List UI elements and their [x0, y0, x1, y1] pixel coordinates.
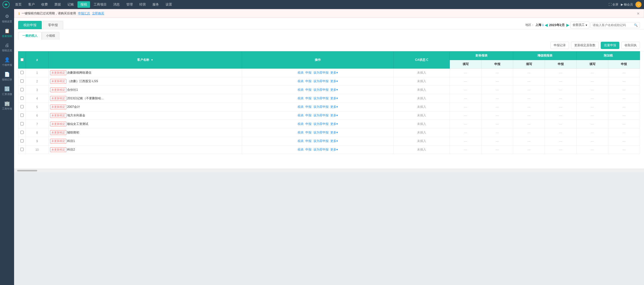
retrieve-button[interactable]: 收取回执	[621, 42, 640, 49]
op-declare[interactable]: 申报	[305, 148, 311, 151]
op-tax-table[interactable]: 税表	[298, 105, 304, 109]
op-more[interactable]: 更多▾	[330, 97, 338, 100]
row-checkbox-cell	[18, 146, 26, 154]
row-fin-rep: —	[481, 94, 513, 103]
row-fin-fill: —	[450, 103, 481, 111]
tab-tax-declaration[interactable]: 税款申报	[18, 21, 42, 29]
sidebar-item-tax-overview[interactable]: 🖨 报税总览	[0, 40, 14, 55]
row-checkbox[interactable]	[20, 139, 24, 142]
nav-home[interactable]: 首页	[12, 1, 25, 8]
op-declare[interactable]: 申报	[305, 105, 311, 109]
nav-message[interactable]: 消息	[110, 1, 123, 8]
sidebar-item-biz-report[interactable]: 🏢 工商年报	[0, 98, 14, 113]
banner-link-summary[interactable]: 申报汇总	[78, 11, 90, 16]
row-checkbox[interactable]	[20, 97, 24, 100]
op-declare[interactable]: 申报	[305, 97, 311, 100]
banner-link-buy[interactable]: 立即购买	[92, 11, 104, 16]
op-tax-table[interactable]: 税表	[298, 97, 304, 100]
tab-zero-declaration[interactable]: 零申报	[43, 21, 63, 29]
op-more[interactable]: 更多▾	[330, 131, 338, 134]
op-more[interactable]: 更多▾	[330, 139, 338, 143]
op-declare[interactable]: 申报	[305, 122, 311, 126]
nav-service[interactable]: 服务	[149, 1, 162, 8]
nav-admin[interactable]: 管理	[123, 1, 136, 8]
search-icon[interactable]: 🔍	[634, 23, 638, 27]
op-tax-table[interactable]: 税表	[298, 131, 304, 134]
row-checkbox[interactable]	[20, 114, 24, 117]
staff-select[interactable]: 全部员工 ▾	[570, 22, 589, 28]
op-tax-table[interactable]: 税表	[298, 79, 304, 83]
op-declare[interactable]: 申报	[305, 71, 311, 74]
op-declare[interactable]: 申报	[305, 79, 311, 83]
nav-operation[interactable]: 经营	[136, 1, 149, 8]
sidebar-item-personal-tax[interactable]: 👤 个税申报	[0, 55, 14, 69]
row-checkbox[interactable]	[20, 79, 24, 83]
nav-biz[interactable]: 工商项目	[91, 1, 110, 8]
select-all-checkbox[interactable]	[20, 58, 24, 61]
op-zero-declare[interactable]: 设为零申报	[313, 105, 329, 109]
op-declare[interactable]: 申报	[305, 114, 311, 117]
prev-month-button[interactable]: ◀	[545, 23, 548, 27]
row-checkbox[interactable]	[20, 122, 24, 125]
status-tag: 未更新税定	[50, 87, 66, 92]
nav-settings[interactable]: 设置	[163, 1, 175, 8]
op-more[interactable]: 更多▾	[330, 88, 338, 91]
nav-tax[interactable]: 报税	[77, 1, 90, 8]
nav-bookkeeping[interactable]: 记账	[64, 1, 77, 8]
avatar[interactable]: U	[635, 2, 641, 8]
batch-declare-button[interactable]: 批量申报	[601, 42, 619, 49]
op-more[interactable]: 更多▾	[330, 79, 338, 83]
op-zero-declare[interactable]: 设为零申报	[313, 71, 329, 74]
sidebar-item-tax-records[interactable]: 📄 报税记录	[0, 69, 14, 84]
op-more[interactable]: 更多▾	[330, 105, 338, 109]
op-more[interactable]: 更多▾	[330, 122, 338, 126]
row-add-rep: —	[608, 94, 640, 103]
op-more[interactable]: 更多▾	[330, 148, 338, 151]
sidebar-item-tax-settings[interactable]: ⚙ 报税设置	[0, 11, 14, 26]
row-checkbox[interactable]	[20, 131, 24, 134]
type-tab-general[interactable]: 一般的税人	[18, 32, 42, 40]
op-tax-table[interactable]: 税表	[298, 71, 304, 74]
row-checkbox[interactable]	[20, 148, 24, 151]
op-tax-table[interactable]: 税表	[298, 114, 304, 117]
op-zero-declare[interactable]: 设为零申报	[313, 148, 329, 151]
row-checkbox[interactable]	[20, 88, 24, 91]
search-input[interactable]	[593, 23, 633, 27]
op-more[interactable]: 更多▾	[330, 71, 338, 74]
region-info-icon[interactable]: ℹ	[542, 23, 544, 27]
op-more[interactable]: 更多▾	[330, 114, 338, 117]
fullscreen-button[interactable]: ⛶ 全屏	[609, 3, 618, 7]
update-button[interactable]: 更新税定及取数	[571, 42, 599, 49]
nav-invoice[interactable]: 票据	[51, 1, 64, 8]
next-month-button[interactable]: ▶	[566, 23, 569, 27]
row-checkbox[interactable]	[20, 71, 24, 74]
sort-icon[interactable]: ▼	[151, 59, 153, 61]
row-checkbox[interactable]	[20, 105, 24, 108]
type-tab-small[interactable]: 小规模	[42, 32, 59, 40]
nav-client[interactable]: 客户	[25, 1, 38, 8]
op-tax-table[interactable]: 税表	[298, 148, 304, 151]
row-add-rep: —	[608, 120, 640, 128]
op-zero-declare[interactable]: 设为零申报	[313, 79, 329, 83]
op-tax-table[interactable]: 税表	[298, 139, 304, 143]
op-declare[interactable]: 申报	[305, 88, 311, 91]
sidebar-item-batch-tax[interactable]: 📋 批量报税	[0, 26, 14, 40]
op-zero-declare[interactable]: 设为零申报	[313, 88, 329, 91]
sidebar-item-calc-clear[interactable]: 🔢 汇算清缴	[0, 84, 14, 98]
op-declare[interactable]: 申报	[305, 139, 311, 143]
op-zero-declare[interactable]: 设为零申报	[313, 114, 329, 117]
op-tax-table[interactable]: 税表	[298, 122, 304, 126]
ca-info-icon[interactable]: ℂ	[426, 58, 428, 62]
op-declare[interactable]: 申报	[305, 131, 311, 134]
vip-button[interactable]: ▶ 畅会员	[621, 3, 633, 7]
op-zero-declare[interactable]: 设为零申报	[313, 97, 329, 100]
op-zero-declare[interactable]: 设为零申报	[313, 122, 329, 126]
op-zero-declare[interactable]: 设为零申报	[313, 131, 329, 134]
op-zero-declare[interactable]: 设为零申报	[313, 139, 329, 143]
banner-close-icon[interactable]: ✕	[637, 12, 640, 16]
record-button[interactable]: 申报记录	[550, 42, 569, 49]
horizontal-scrollbar[interactable]	[14, 169, 644, 172]
op-tax-table[interactable]: 税表	[298, 88, 304, 91]
nav-fee[interactable]: 收费	[38, 1, 51, 8]
top-nav-right: ⛶ 全屏 ▶ 畅会员 U	[609, 2, 641, 8]
